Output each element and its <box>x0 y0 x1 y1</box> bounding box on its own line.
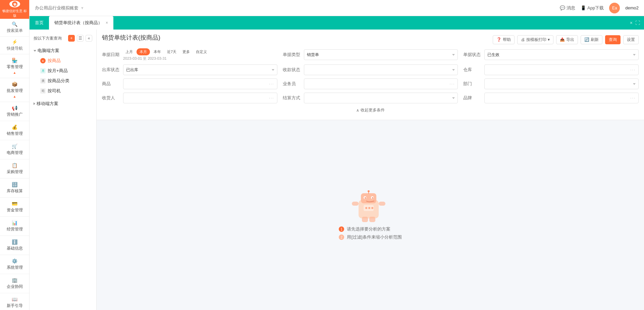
doc-type-select[interactable]: 销货单 <box>304 49 458 60</box>
refresh-icon: 🔄 <box>584 37 589 42</box>
scheme-settings-btn[interactable]: ☰ <box>77 35 84 42</box>
settle-select[interactable] <box>304 93 458 103</box>
filter-row-goods: 商品 ··· <box>102 79 277 89</box>
user-avatar[interactable]: Ea <box>609 3 620 13</box>
collapse-label: 收起更多条件 <box>361 107 385 113</box>
settings-btn[interactable]: 设置 <box>623 35 639 44</box>
date-last-month[interactable]: 上月 <box>123 48 135 55</box>
app-icon: 📱 <box>581 5 586 10</box>
doc-status-label: 单据状态 <box>463 52 482 58</box>
sidebar-quicknav[interactable]: ⚡ 快捷导航 <box>0 37 29 54</box>
sidebar-item-purchase[interactable]: 📋 采购管理 <box>0 159 29 178</box>
sidebar-item-marketing[interactable]: 📢 营销推广 <box>0 102 29 121</box>
refresh-label: 刷新 <box>591 37 599 43</box>
query-label: 查询 <box>609 37 617 43</box>
export-btn[interactable]: 📤 导出 <box>556 35 578 44</box>
date-7days[interactable]: 近7天 <box>165 48 179 55</box>
goods-label: 商品 <box>102 81 120 87</box>
tab-window-close[interactable]: × <box>630 20 633 25</box>
doc-status-select[interactable]: 已生效 <box>484 49 639 60</box>
scheme-parent-pc[interactable]: 电脑端方案 <box>30 46 96 56</box>
tab-sales-stats-label: 销货单统计表（按商品） <box>54 20 102 26</box>
out-status-label: 出库状态 <box>102 67 120 73</box>
out-status-select[interactable]: 已出库 <box>123 64 277 75</box>
message-action[interactable]: 💬 消息 <box>560 5 575 11</box>
scheme-pc-section: 电脑端方案 ● 按商品 月 按月+商品 类 <box>30 44 96 97</box>
scheme-by-goods-label: 按商品 <box>48 58 61 64</box>
out-status-value: 已出库 <box>126 67 138 73</box>
empty-tip-2: 2 用[过滤]条件来缩小分析范围 <box>339 234 401 240</box>
tab-close-btn[interactable]: × <box>106 20 108 25</box>
refresh-btn[interactable]: 🔄 刷新 <box>581 35 602 44</box>
left-panel: 按以下方案查询 + ☰ « 电脑端方案 <box>30 30 97 310</box>
empty-tip-1: 1 请先选择要分析的方案 <box>339 226 401 232</box>
tab-home[interactable]: 首页 <box>30 16 49 30</box>
receiver-label: 收货人 <box>102 95 120 101</box>
print-label: 按模板打印 <box>526 37 546 43</box>
sidebar-search[interactable]: 🔍 搜索菜单 <box>0 19 29 37</box>
print-btn[interactable]: 🖨 按模板打印 ▾ <box>517 35 553 44</box>
sidebar-item-finance[interactable]: 💳 资金管理 <box>0 198 29 217</box>
scheme-by-month-goods-label: 按月+商品 <box>48 68 68 74</box>
sidebar-item-wholesale[interactable]: 📦 批发管理 ▲ <box>0 78 29 102</box>
sidebar-item-sales[interactable]: 💰 销售管理 <box>0 121 29 140</box>
main-wrap: 办公用品行业模拟账套 ▾ 💬 消息 📱 App下载 Ea demo2 首页 销货… <box>30 0 644 310</box>
scheme-by-driver[interactable]: 司 按司机 <box>30 86 96 96</box>
right-main: 销货单统计表(按商品) ❓ 帮助 🖨 按模板打印 ▾ 📤 <box>97 30 644 310</box>
query-btn[interactable]: 查询 <box>605 35 621 44</box>
add-scheme-btn[interactable]: + <box>68 35 75 42</box>
message-label: 消息 <box>567 5 575 11</box>
app-logo: 畅 畅捷信好生意 标版 <box>0 0 29 19</box>
scheme-by-category[interactable]: 类 按商品分类 <box>30 76 96 86</box>
settle-chevron <box>452 97 455 99</box>
help-btn[interactable]: ❓ 帮助 <box>493 35 515 44</box>
filter-row-dept: 部门 <box>463 79 639 89</box>
scheme-icon-month: 月 <box>40 68 46 73</box>
dept-select[interactable] <box>484 79 639 89</box>
svg-point-7 <box>372 197 373 199</box>
filter-row-doc-status: 单据状态 已生效 <box>463 48 639 61</box>
doc-type-chevron <box>452 54 455 56</box>
help-icon: ❓ <box>496 37 501 42</box>
scheme-by-month-goods[interactable]: 月 按月+商品 <box>30 66 96 76</box>
tab-sales-stats[interactable]: 销货单统计表（按商品） × <box>49 16 113 30</box>
sidebar-item-basic[interactable]: ℹ️ 基础信息 <box>0 236 29 255</box>
receiver-input[interactable]: ··· <box>123 93 277 103</box>
sidebar-item-retail[interactable]: 🏪 零售管理 ▲ <box>0 54 29 78</box>
doc-status-value: 已生效 <box>487 52 499 58</box>
user-name: demo2 <box>625 5 639 10</box>
sidebar-item-ecommerce[interactable]: 🛒 电商管理 <box>0 140 29 159</box>
scheme-parent-mobile-label: 移动端方案 <box>37 101 58 107</box>
tab-home-label: 首页 <box>35 20 44 26</box>
scheme-active-icon: ● <box>40 58 46 63</box>
scheme-by-goods[interactable]: ● 按商品 <box>30 56 96 66</box>
sidebar-item-guide[interactable]: 📖 新手引导 <box>0 293 29 310</box>
brand-input[interactable]: ··· <box>484 93 639 103</box>
date-more[interactable]: 更多 <box>180 48 192 55</box>
salesperson-input[interactable]: ··· <box>304 79 458 89</box>
date-this-year[interactable]: 本年 <box>151 48 163 55</box>
sidebar-item-inventory[interactable]: 🔢 库存核算 <box>0 178 29 198</box>
sidebar-item-enterprise[interactable]: 🏢 企业协同 <box>0 274 29 293</box>
scheme-by-driver-label: 按司机 <box>48 88 61 94</box>
svg-rect-8 <box>352 202 359 206</box>
scheme-parent-mobile[interactable]: 移动端方案 <box>30 99 96 109</box>
doc-status-chevron <box>633 54 636 56</box>
date-this-month[interactable]: 本月 <box>137 48 150 55</box>
collect-status-select[interactable] <box>304 64 458 75</box>
collapse-bar[interactable]: ∧ 收起更多条件 <box>102 105 639 116</box>
left-panel-title: 按以下方案查询 <box>34 36 62 41</box>
tab-bar: 首页 销货单统计表（按商品） × × ⛶ <box>30 16 644 30</box>
sidebar-item-system[interactable]: ⚙️ 系统管理 <box>0 255 29 274</box>
sidebar: 畅 畅捷信好生意 标版 🔍 搜索菜单 ⚡ 快捷导航 🏪 零售管理 ▲ 📦 批发管… <box>0 0 30 310</box>
sidebar-item-operations[interactable]: 📊 经营管理 <box>0 217 29 236</box>
export-label: 导出 <box>566 37 574 43</box>
date-custom[interactable]: 自定义 <box>194 48 209 55</box>
tab-window-expand[interactable]: ⛶ <box>635 20 640 25</box>
collapse-panel-btn[interactable]: « <box>86 35 92 42</box>
goods-input[interactable]: ··· <box>123 79 277 89</box>
date-filter: 上月 本月 本年 近7天 更多 自定义 2023-03-01 至 2023-03… <box>123 48 277 61</box>
filter-row-out-status: 出库状态 已出库 <box>102 64 277 75</box>
app-download-action[interactable]: 📱 App下载 <box>581 5 604 11</box>
warehouse-input[interactable]: ··· <box>484 64 639 75</box>
